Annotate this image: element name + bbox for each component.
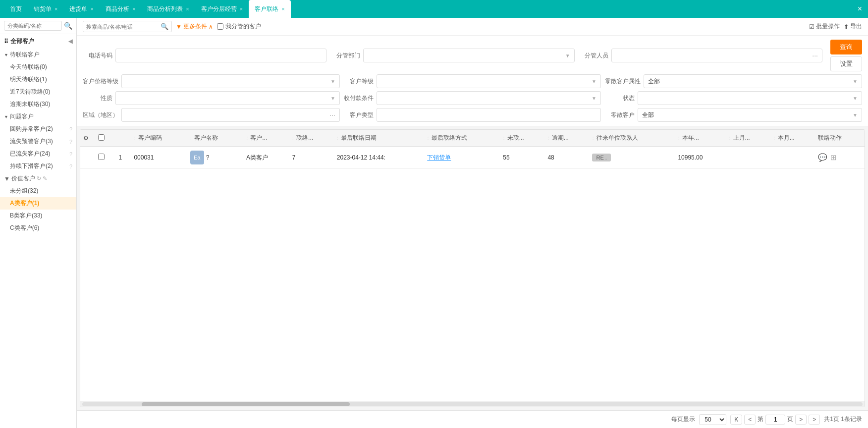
nav-customer-contact[interactable]: 客户联络 ×	[249, 0, 290, 18]
close-goods-analysis-icon[interactable]: ×	[132, 6, 135, 12]
row-name-cell: Ea ?	[187, 147, 243, 169]
sidebar-overdue-pending[interactable]: 逾期未联络(30)	[0, 98, 76, 110]
nav-purchase[interactable]: 进货单 ×	[63, 0, 99, 18]
filter-payment-select[interactable]: ▼	[377, 91, 601, 105]
sidebar-today-pending[interactable]: 今天待联络(0)	[0, 61, 76, 73]
col-last-month[interactable]: : 上月...	[726, 130, 770, 147]
close-purchase-icon[interactable]: ×	[90, 6, 93, 12]
sidebar: 🔍 ⠿ 全部客户 ◀ ▼ 待联络客户 今天待联络(0) 明天待联络(1) 近7天…	[0, 18, 77, 428]
filter-row-1: 电话号码 分管部门 ▼ 分管人员 ···	[83, 40, 862, 71]
sidebar-class-b[interactable]: B类客户(33)	[0, 210, 76, 222]
window-close-icon[interactable]: ×	[858, 4, 862, 13]
filter-grade-select[interactable]: ▼	[377, 74, 601, 88]
filter-retail-attr-label: 零散客户属性	[605, 77, 641, 86]
query-button[interactable]: 查询	[830, 40, 862, 54]
nav-goods-analysis[interactable]: 商品分析 ×	[100, 0, 141, 18]
page-number-input[interactable]	[765, 415, 785, 425]
row-checkbox[interactable]	[98, 154, 105, 160]
nav-customer-tier[interactable]: 客户分层经营 ×	[195, 0, 249, 18]
close-customer-tier-icon[interactable]: ×	[240, 6, 243, 12]
select-all-checkbox[interactable]	[98, 134, 105, 141]
sidebar-search-icon[interactable]: 🔍	[64, 22, 72, 30]
row-checkbox-cell[interactable]	[95, 147, 115, 169]
col-this-year[interactable]: : 本年...	[675, 130, 726, 147]
sidebar-search-input[interactable]	[4, 21, 62, 31]
nav-goods-analysis-list[interactable]: 商品分析列表 ×	[141, 0, 195, 18]
col-category[interactable]: : 客户...	[243, 130, 289, 147]
close-sales-icon[interactable]: ×	[54, 6, 57, 12]
batch-op-btn[interactable]: ☑ 批量操作	[809, 22, 840, 31]
nav-sales[interactable]: 销货单 ×	[28, 0, 63, 18]
col-code[interactable]: : 客户编码	[131, 130, 187, 147]
main-search-icon[interactable]: 🔍	[161, 23, 168, 30]
col-checkbox[interactable]	[95, 130, 115, 147]
gear-settings-icon[interactable]: ⚙	[83, 135, 89, 142]
filter-manager-select[interactable]: ···	[611, 49, 822, 62]
help-declining-icon[interactable]: ?	[69, 163, 72, 169]
filter-price-grade-select[interactable]: ▼	[121, 74, 340, 88]
my-customers-checkbox[interactable]	[217, 23, 223, 30]
settings-value-icon[interactable]: ✎	[43, 175, 47, 182]
filter-dept-select[interactable]: ▼	[363, 49, 574, 62]
sidebar-declining[interactable]: 持续下滑客户(2) ?	[0, 160, 76, 172]
sidebar-7days-pending[interactable]: 近7天待联络(0)	[0, 86, 76, 98]
filter-region-select[interactable]: ···	[121, 108, 340, 122]
more-conditions-btn[interactable]: ▼ 更多条件 ∧	[176, 22, 213, 31]
sidebar-class-c[interactable]: C类客户(6)	[0, 222, 76, 234]
close-customer-contact-icon[interactable]: ×	[281, 6, 284, 12]
pending-contact-group[interactable]: ▼ 待联络客户	[0, 49, 76, 61]
sidebar-ungrouped[interactable]: 未分组(32)	[0, 185, 76, 197]
sidebar-tomorrow-pending[interactable]: 明天待联络(1)	[0, 73, 76, 86]
sidebar-class-a[interactable]: A类客户(1)	[0, 197, 76, 210]
scroll-thumb[interactable]	[142, 402, 350, 406]
col-this-month[interactable]: : 本月...	[770, 130, 815, 147]
last-page-btn[interactable]: >	[809, 415, 820, 425]
sidebar-churn-warning[interactable]: 流失预警客户(3) ?	[0, 135, 76, 148]
page-size-select[interactable]: 50 100 200	[699, 414, 726, 425]
col-last-contact-method[interactable]: : 最后联络方式	[424, 130, 500, 147]
export-btn[interactable]: ⬆ 导出	[844, 22, 862, 31]
col-contact-count[interactable]: : 联络...	[289, 130, 334, 147]
filter-status-select[interactable]: ▼	[638, 91, 862, 105]
value-customers-group[interactable]: ▼ 价值客户 ↻ ✎	[0, 172, 76, 185]
col-gear[interactable]: ⚙	[80, 130, 95, 147]
status-arrow: ▼	[853, 96, 858, 101]
filter-retail-attr-select[interactable]: 全部 ▼	[644, 74, 862, 88]
problem-customers-group[interactable]: ▼ 问题客户	[0, 110, 76, 123]
nav-home[interactable]: 首页	[4, 0, 28, 18]
collapse-icon[interactable]: ◀	[68, 38, 72, 45]
help-churn-icon[interactable]: ?	[69, 139, 72, 145]
horizontal-scrollbar[interactable]	[80, 401, 865, 407]
filter-phone-input[interactable]	[115, 49, 326, 62]
next-page-btn[interactable]: >	[795, 415, 807, 425]
col-name[interactable]: : 客户名称	[187, 130, 243, 147]
page-size-label: 每页显示	[671, 415, 695, 424]
filter-retail-cust-select[interactable]: 全部 ▼	[638, 108, 862, 122]
prev-page-btn[interactable]: <	[744, 415, 756, 425]
col-last-contact-date[interactable]: : 最后联络日期	[334, 130, 424, 147]
settings-button[interactable]: 设置	[830, 56, 862, 71]
sidebar-repeat-abnormal[interactable]: 回购异常客户(2) ?	[0, 123, 76, 135]
refresh-value-icon[interactable]: ↻	[37, 175, 41, 182]
col-unit-contact[interactable]: : 往来单位联系人	[589, 130, 675, 147]
row-last-contact-method-cell[interactable]: 下销货单	[424, 147, 500, 169]
filter-cust-type-input[interactable]	[377, 108, 601, 122]
col-no-contact[interactable]: : 未联...	[500, 130, 544, 147]
close-goods-list-icon[interactable]: ×	[186, 6, 189, 12]
sidebar-churned[interactable]: 已流失客户(24) ?	[0, 148, 76, 160]
main-search-box[interactable]: 🔍	[83, 21, 172, 32]
dept-select-arrow: ▼	[565, 53, 570, 58]
col-overdue[interactable]: : 逾期...	[544, 130, 589, 147]
filter-grade-label: 客户等级	[344, 77, 374, 86]
help-churned-icon[interactable]: ?	[69, 151, 72, 157]
filter-nature-select[interactable]: ▼	[115, 91, 340, 105]
my-customers-checkbox-area[interactable]: 我分管的客户	[217, 22, 261, 31]
last-contact-method-link[interactable]: 下销货单	[427, 154, 451, 161]
grid-action-icon[interactable]: ⊞	[830, 153, 837, 162]
first-page-btn[interactable]: K	[730, 415, 742, 425]
comment-action-icon[interactable]: 💬	[818, 153, 827, 162]
help-repeat-icon[interactable]: ?	[69, 126, 72, 132]
main-search-input[interactable]	[86, 24, 159, 30]
all-customers-header[interactable]: ⠿ 全部客户 ◀	[0, 34, 76, 49]
row-index-cell: 1	[115, 147, 131, 169]
